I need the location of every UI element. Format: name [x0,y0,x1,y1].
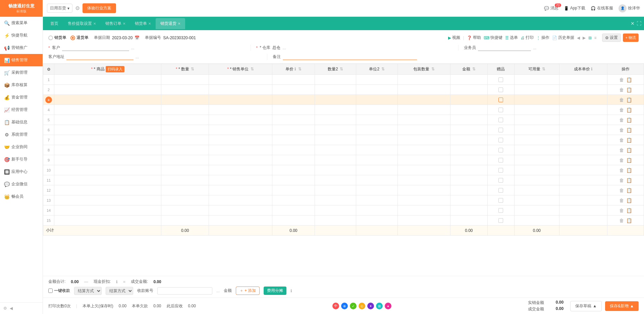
cost-price-cell[interactable] [559,195,607,205]
calculation-method-select[interactable]: 结算方式 [106,287,133,295]
amount-cell[interactable] [450,155,487,165]
gift-cell[interactable] [487,195,514,205]
quantity2-cell[interactable] [315,185,356,195]
amount-cell[interactable] [450,215,487,226]
app-download-button[interactable]: 📱 App下载 [564,5,585,11]
settings-gear-icon[interactable]: ⚙ [75,5,80,11]
tool1-icon[interactable]: ⊕ [341,303,348,309]
sidebar-item-basic[interactable]: 📋 基础信息 [0,116,43,128]
gift-checkbox[interactable] [498,218,503,223]
pack-qty-cell[interactable] [397,135,450,145]
sales-unit-cell[interactable] [209,75,272,85]
tab-price-settings[interactable]: 售价提取设置 ✕ [63,18,101,29]
sales-unit-cell[interactable] [209,115,272,125]
cost-price-cell[interactable] [559,95,607,105]
tab-sales-delivery[interactable]: 销货单 ✕ [130,18,156,29]
amount-cell[interactable] [450,135,487,145]
sidebar-item-search[interactable]: 🔍 搜索菜单 [0,17,43,29]
product-cell[interactable] [54,95,161,105]
customer-input[interactable] [62,45,129,51]
gift-cell[interactable] [487,175,514,185]
sort-icon[interactable]: ⇅ [542,67,545,71]
sales-unit-cell[interactable] [209,85,272,95]
cost-price-cell[interactable] [559,135,607,145]
sidebar-item-wechat[interactable]: 💬 企业微信 [0,178,43,190]
sales-unit-cell[interactable] [209,165,272,175]
sort-icon[interactable]: ⇅ [251,67,254,71]
tool5-icon[interactable]: ⊞ [376,303,383,309]
quantity-cell[interactable] [161,105,209,115]
sidebar-item-shortcuts[interactable]: ⚡ 快捷导航 [0,29,43,42]
close-icon[interactable]: ✕ [148,22,151,25]
product-cell[interactable] [54,175,161,185]
amount-cell[interactable] [450,185,487,195]
chinese-icon[interactable]: 中 [332,303,339,309]
sales-unit-cell[interactable] [209,145,272,155]
copy-row-button[interactable]: 📋 [626,127,632,133]
copy-row-button[interactable]: 📋 [626,178,632,183]
help-button[interactable]: ❓ 帮助 [467,35,481,41]
available-cell[interactable] [514,205,559,215]
quantity2-cell[interactable] [315,175,356,185]
quantity-cell[interactable] [161,115,209,125]
quantity2-cell[interactable] [315,75,356,85]
amount-cell[interactable] [450,175,487,185]
amount-cell[interactable] [450,165,487,175]
scan-input-button[interactable]: 扫码录入 [106,66,124,72]
quantity-cell[interactable] [161,135,209,145]
sidebar-item-inventory[interactable]: 📦 库存核算 [0,79,43,91]
available-cell[interactable] [514,165,559,175]
sort-icon[interactable]: ⇅ [381,67,385,71]
product-cell[interactable] [54,155,161,165]
quantity2-cell[interactable] [315,105,356,115]
sidebar-item-enterprise[interactable]: 🤝 企业协同 [0,141,43,153]
next-doc-icon[interactable]: ▶ [583,36,586,40]
prev-doc-icon[interactable]: ◀ [577,36,580,40]
quantity2-cell[interactable] [315,115,356,125]
quantity-cell[interactable] [161,85,209,95]
add-logistics-button[interactable]: + 物流 [623,34,639,42]
sidebar-item-sales[interactable]: 📊 销售管理 [0,54,43,66]
delete-row-button[interactable]: 🗑 [619,178,624,183]
product-input[interactable] [56,98,159,102]
available-cell[interactable] [514,195,559,205]
gift-cell[interactable] [487,85,514,95]
product-cell[interactable] [54,105,161,115]
quantity2-cell[interactable] [315,145,356,155]
customer-dots[interactable]: ... [131,46,135,50]
unit-price-cell[interactable] [272,75,315,85]
gift-cell[interactable] [487,185,514,195]
cost-price-cell[interactable] [559,105,607,115]
unit-price-cell[interactable] [272,175,315,185]
gift-cell[interactable] [487,215,514,226]
sidebar-item-apps[interactable]: 🔲 应用中心 [0,166,43,178]
sort-icon[interactable]: ⇅ [191,67,194,71]
close-icon[interactable]: ✕ [93,22,96,25]
pack-qty-cell[interactable] [397,175,450,185]
available-cell[interactable] [514,125,559,135]
pack-qty-cell[interactable] [397,85,450,95]
sales-unit-cell[interactable] [209,95,272,105]
online-service-button[interactable]: 🎧 在线客服 [591,5,613,11]
delete-row-button[interactable]: 🗑 [619,188,624,193]
collapse-icon[interactable]: ◀ [10,306,13,311]
tab-home[interactable]: 首页 [46,18,63,29]
available-cell[interactable] [514,75,559,85]
unit2-cell[interactable] [356,75,398,85]
settlement-method-select[interactable]: 结算方式 [74,287,102,295]
available-cell[interactable] [514,185,559,195]
pack-qty-cell[interactable] [397,215,450,226]
gift-checkbox[interactable] [498,158,503,163]
pack-qty-cell[interactable] [397,115,450,125]
sales-unit-cell[interactable] [209,125,272,135]
available-cell[interactable] [514,115,559,125]
quantity-cell[interactable] [161,145,209,155]
user-profile[interactable]: 👤 徐泽华 [619,4,640,12]
quantity2-cell[interactable] [315,155,356,165]
th-gear[interactable]: ⚙ [43,64,54,75]
unit-price-cell[interactable] [272,95,315,105]
quantity2-cell[interactable] [315,165,356,175]
pack-qty-cell[interactable] [397,155,450,165]
quantity2-cell[interactable] [315,135,356,145]
gift-cell[interactable] [487,95,514,105]
